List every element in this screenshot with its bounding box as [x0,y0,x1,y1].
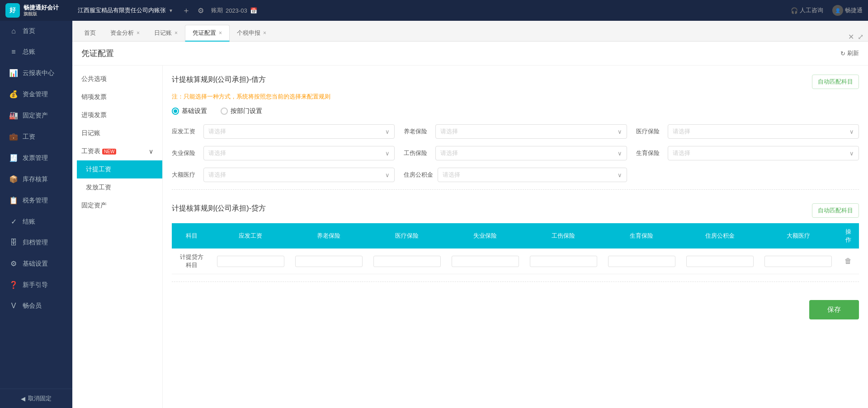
calendar-icon[interactable]: 📅 [250,7,257,14]
select-gongshang-placeholder: 请选择 [440,149,458,157]
td-yanglao[interactable] [290,249,368,274]
cancel-fixed-label: 取消固定 [28,394,52,403]
tab-tax-close-icon[interactable]: × [263,30,266,36]
left-nav-public[interactable]: 公共选项 [72,70,162,88]
select-daeyiliao[interactable]: 请选择 ∨ [203,168,395,182]
left-nav-sales[interactable]: 销项发票 [72,88,162,106]
sidebar-item-home[interactable]: ⌂ 首页 [0,21,72,42]
sidebar-item-member[interactable]: V 畅会员 [0,295,72,316]
refresh-button[interactable]: ↻ 刷新 [840,49,859,57]
debit-form-grid: 应发工资 请选择 ∨ 养老保险 请选择 ∨ [172,124,859,182]
user-menu[interactable]: 👤 畅捷通 [832,5,863,16]
sidebar-label-assets: 固定资产 [23,112,48,120]
td-shengyu[interactable] [603,249,681,274]
sidebar-item-archive[interactable]: 🗄 归档管理 [0,232,72,253]
tab-bar-expand-icon[interactable]: ⤢ [858,33,863,41]
top-bar-right: 🎧 人工咨询 👤 畅捷通 [791,5,863,16]
tab-journal[interactable]: 日记账 × [147,25,185,42]
input-credit-shiye[interactable] [452,256,519,267]
company-selector[interactable]: 江西服宝精品有限责任公司内账张 ▼ [78,6,173,14]
radio-dept[interactable]: 按部门设置 [221,107,262,115]
select-yingfa[interactable]: 请选择 ∨ [203,124,395,139]
tab-voucher-config[interactable]: 凭证配置 × [185,25,230,42]
tab-capital-analysis[interactable]: 资金分析 × [103,25,147,42]
delete-row-icon[interactable]: 🗑 [844,257,852,265]
sidebar-item-invoice[interactable]: 🧾 发票管理 [0,147,72,169]
capital-icon: 💰 [9,90,18,98]
radio-basic[interactable]: 基础设置 [172,107,207,115]
sidebar-label-settings: 基础设置 [23,260,48,268]
tab-tax[interactable]: 个税申报 × [230,25,274,42]
sidebar-item-ledger[interactable]: ≡ 总账 [0,42,72,62]
input-credit-gongjijin[interactable] [686,256,754,267]
select-yingfa-placeholder: 请选择 [208,127,226,136]
select-shengyu[interactable]: 请选择 ∨ [668,146,859,160]
logo: 好 畅捷通好会计 旗舰版 [5,3,78,18]
sidebar-item-reports[interactable]: 📊 云报表中心 [0,62,72,84]
td-yingfa[interactable] [212,249,290,274]
left-nav-journal[interactable]: 日记账 [72,124,162,142]
tab-capital-close-icon[interactable]: × [137,30,140,36]
select-shiye[interactable]: 请选择 ∨ [203,146,395,160]
select-yiliao[interactable]: 请选择 ∨ [668,124,859,139]
sidebar-item-guide[interactable]: ❓ 新手引导 [0,274,72,295]
td-yiliao[interactable] [368,249,446,274]
cancel-fixed-button[interactable]: ◀ 取消固定 [0,389,72,408]
sidebar-item-salary[interactable]: 💼 工资 [0,126,72,147]
left-nav-calc-salary[interactable]: 计提工资 [77,160,162,178]
credit-auto-match-button[interactable]: 自动匹配科目 [812,203,859,218]
page-header: 凭证配置 ↻ 刷新 [72,42,868,66]
input-credit-shengyu[interactable] [608,256,675,267]
label-gongjijin: 住房公积金 [404,171,433,179]
logo-sub: 旗舰版 [24,11,59,17]
add-icon[interactable]: ＋ [182,5,190,16]
th-subject: 科目 [172,223,212,249]
settings-icon[interactable]: ⚙ [198,6,204,15]
service-button[interactable]: 🎧 人工咨询 [791,6,823,14]
save-button[interactable]: 保存 [809,300,859,319]
sidebar-item-tax[interactable]: 📋 税务管理 [0,190,72,211]
input-credit-yiliao[interactable] [373,256,441,267]
sidebar-item-inventory[interactable]: 📦 库存核算 [0,169,72,190]
table-header-row: 科目 应发工资 养老保险 医疗保险 失业保险 工伤保险 生育保险 住房公积金 大… [172,223,859,249]
td-daeyiliao[interactable] [759,249,837,274]
top-bar: 好 畅捷通好会计 旗舰版 江西服宝精品有限责任公司内账张 ▼ ＋ ⚙ 账期 20… [0,0,868,21]
th-gongjijin: 住房公积金 [681,223,759,249]
debit-auto-match-button[interactable]: 自动匹配科目 [812,75,859,89]
sidebar-item-capital[interactable]: 💰 资金管理 [0,84,72,105]
td-shiye[interactable] [446,249,524,274]
form-row-gongjijin: 住房公积金 请选择 ∨ [404,168,627,182]
sidebar-item-checkout[interactable]: ✓ 结账 [0,211,72,232]
input-credit-gongshang[interactable] [530,256,597,267]
tab-voucher-close-icon[interactable]: × [219,30,222,36]
select-shengyu-arrow-icon: ∨ [849,150,854,157]
th-shengyu: 生育保险 [603,223,681,249]
home-icon: ⌂ [9,27,18,35]
select-shiye-arrow-icon: ∨ [385,150,390,157]
select-gongjijin[interactable]: 请选择 ∨ [438,168,627,182]
radio-group: 基础设置 按部门设置 [172,107,859,115]
select-yanglao[interactable]: 请选择 ∨ [435,124,627,139]
input-credit-yanglao[interactable] [295,256,363,267]
th-yanglao: 养老保险 [290,223,368,249]
sidebar-item-assets[interactable]: 🏭 固定资产 [0,105,72,126]
left-nav-salary-group[interactable]: 工资表NEW ∨ [72,142,162,160]
td-gongjijin[interactable] [681,249,759,274]
tab-journal-close-icon[interactable]: × [175,30,178,36]
sidebar-item-settings[interactable]: ⚙ 基础设置 [0,253,72,274]
tab-bar-close-icon[interactable]: ✕ [848,33,854,41]
left-nav-pay-salary[interactable]: 发放工资 [77,178,162,197]
td-gongshang[interactable] [524,249,603,274]
tax-icon: 📋 [9,196,18,205]
left-nav-purchase[interactable]: 进项发票 [72,106,162,124]
input-credit-daeyiliao[interactable] [764,256,832,267]
left-nav-fixed-assets[interactable]: 固定资产 [72,197,162,215]
label-daeyiliao: 大额医疗 [172,171,199,179]
ledger-icon: ≡ [9,48,18,56]
input-credit-yingfa[interactable] [217,256,284,267]
select-yiliao-arrow-icon: ∨ [849,128,854,135]
tab-home[interactable]: 首页 [77,25,103,42]
th-gongshang: 工伤保险 [524,223,603,249]
label-shengyu: 生育保险 [636,149,663,157]
select-gongshang[interactable]: 请选择 ∨ [435,146,627,160]
